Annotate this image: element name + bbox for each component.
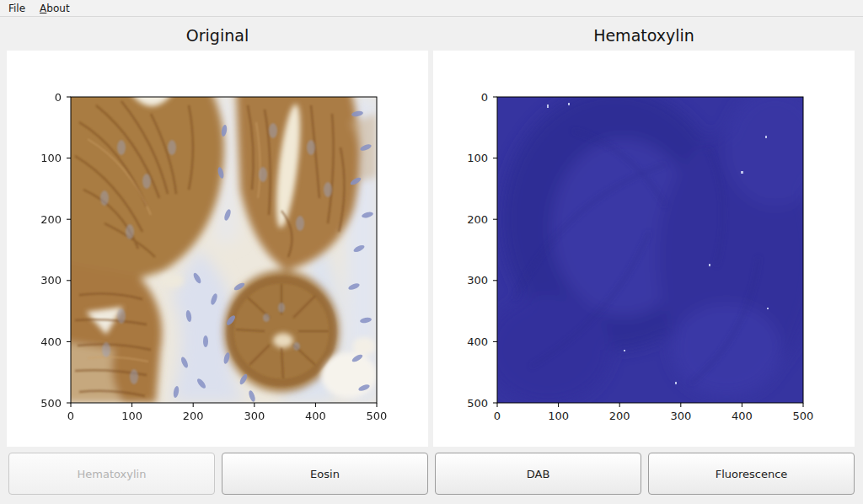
hematoxylin-button: Hematoxylin	[8, 453, 215, 495]
menu-about-rest: bout	[46, 3, 69, 14]
menu-bar: File About	[0, 0, 863, 17]
svg-text:500: 500	[793, 410, 814, 422]
panel-title-hematoxylin: Hematoxylin	[433, 23, 855, 48]
dab-button[interactable]: DAB	[435, 453, 641, 495]
menu-about[interactable]: About	[40, 3, 70, 14]
svg-text:200: 200	[40, 213, 62, 226]
y-axis-ticks	[67, 97, 71, 403]
eosin-button[interactable]: Eosin	[222, 453, 428, 495]
y-axis-tick-labels: 0 100 200 300 400 500	[467, 91, 488, 410]
svg-text:400: 400	[732, 410, 753, 422]
menu-file[interactable]: File	[8, 3, 25, 14]
x-axis-tick-labels: 0 100 200 300 400 500	[494, 410, 814, 422]
svg-text:100: 100	[121, 410, 142, 422]
svg-text:500: 500	[367, 410, 388, 422]
svg-text:300: 300	[670, 410, 691, 422]
svg-text:100: 100	[548, 410, 569, 422]
svg-text:300: 300	[467, 274, 488, 287]
y-axis-tick-labels: 0 100 200 300 400 500	[40, 91, 62, 410]
svg-text:100: 100	[467, 152, 488, 164]
figure-canvas-hematoxylin: 0 100 200 300 400 500 0 100 200 300 400 …	[433, 51, 855, 447]
svg-text:0: 0	[494, 410, 501, 422]
svg-text:400: 400	[467, 335, 488, 348]
svg-text:0: 0	[481, 91, 488, 104]
plot-hematoxylin: 0 100 200 300 400 500 0 100 200 300 400 …	[433, 51, 855, 447]
svg-text:300: 300	[40, 274, 62, 287]
svg-text:0: 0	[55, 91, 62, 104]
plot-original: 0 100 200 300 400 500 0 100 200 300 400 …	[7, 51, 428, 447]
svg-text:200: 200	[609, 410, 630, 422]
channel-button-row: Hematoxylin Eosin DAB Fluorescence	[0, 453, 863, 495]
svg-text:500: 500	[40, 397, 62, 410]
svg-text:0: 0	[67, 410, 74, 422]
fluorescence-button[interactable]: Fluorescence	[648, 453, 855, 495]
x-axis-ticks	[497, 403, 803, 407]
original-tissue-image	[62, 88, 379, 403]
svg-text:400: 400	[305, 410, 326, 422]
hematoxylin-channel-image	[485, 88, 826, 405]
svg-text:400: 400	[40, 335, 62, 348]
y-axis-ticks	[493, 97, 497, 403]
svg-text:200: 200	[183, 410, 204, 422]
svg-text:200: 200	[467, 213, 488, 226]
svg-text:100: 100	[40, 152, 62, 164]
figure-canvas-original: 0 100 200 300 400 500 0 100 200 300 400 …	[7, 51, 428, 447]
panel-title-original: Original	[7, 23, 428, 48]
x-axis-tick-labels: 0 100 200 300 400 500	[67, 410, 388, 422]
svg-text:500: 500	[467, 397, 488, 410]
svg-text:300: 300	[244, 410, 265, 422]
x-axis-ticks	[71, 403, 377, 407]
